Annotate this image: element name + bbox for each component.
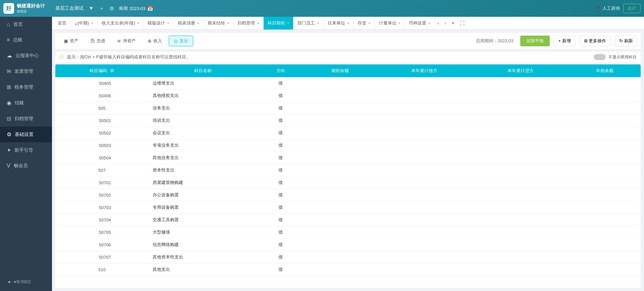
cell-code: 50701 (55, 177, 149, 189)
settings-icon[interactable]: ⚙ (109, 5, 114, 12)
cat-tab-expense-label: 支出 (179, 38, 188, 44)
tab-dept[interactable]: 部门员工 × (293, 17, 323, 30)
cell-ytd-debit (376, 164, 472, 177)
tab-counterparty-label: 往来单位 (328, 20, 345, 26)
table-row[interactable]: 50406其他维权支出借 (55, 90, 641, 102)
table-row[interactable]: 50501培训支出借 (55, 114, 641, 127)
sidebar-collapse[interactable]: ◄ ◄取消固定 (0, 276, 52, 291)
sidebar-item-tax[interactable]: ⊞ 税务管理 (0, 79, 52, 95)
table-row[interactable]: 50504其他业务支出借 (55, 152, 641, 164)
member-icon: V (7, 163, 10, 169)
sidebar-item-settings[interactable]: ⚙ 基础设置 (0, 127, 52, 142)
tab-interim[interactable]: ¿(中期) × (71, 17, 98, 30)
table-row[interactable]: 507资本性支出借 (55, 164, 641, 177)
add-tab-icon[interactable]: ＋ (99, 5, 104, 12)
cell-name: 其他资本性支出 (149, 251, 257, 263)
table-row[interactable]: 505业务支出借 (55, 102, 641, 114)
sidebar-label-archive: 归档管理 (14, 116, 33, 122)
add-button[interactable]: + 新增 (554, 36, 575, 46)
period-value: 2023-03 (129, 6, 146, 11)
tab-home[interactable]: 首页 (54, 17, 71, 30)
tab-expand[interactable]: ⛶ (457, 17, 467, 30)
tab-inventory-close[interactable]: × (368, 21, 370, 25)
table-row[interactable]: 50707其他资本性支出借 (55, 251, 641, 263)
tab-nav-next[interactable]: › (442, 17, 449, 30)
cell-code: 50504 (55, 152, 149, 164)
sidebar-item-invoice[interactable]: ✉ 发票管理 (0, 63, 52, 79)
tab-interim-close[interactable]: × (91, 21, 93, 25)
cat-tab-expense[interactable]: ◎ 支出 (169, 36, 193, 46)
sidebar-item-archive[interactable]: ⊟ 归档管理 (0, 111, 52, 127)
table-row[interactable]: 50701房屋建筑物购建借 (55, 177, 641, 189)
cell-direction: 借 (257, 114, 305, 127)
cell-name: 专用设备购置 (149, 201, 257, 214)
sidebar-item-ledger[interactable]: ≡ 总账 (0, 32, 52, 48)
table-row[interactable]: 50503专项业务支出借 (55, 139, 641, 152)
tab-currency[interactable]: 币种设置 × (405, 17, 435, 30)
category-tabs-bar: ▣ 资产 负 负债 ≋ 净资产 ⊕ 收入 ◎ 支出 (55, 33, 641, 49)
sidebar-item-guide[interactable]: ✦ 新手引导 (0, 142, 52, 158)
tab-currency-close[interactable]: × (428, 21, 430, 25)
tab-inventory[interactable]: 存货 × (354, 17, 375, 30)
tab-subject-init[interactable]: 科目期初 × (264, 17, 293, 30)
tab-template[interactable]: 模版设计 × (144, 17, 173, 30)
cat-tab-liability[interactable]: 负 负债 (85, 36, 110, 46)
tab-counterparty-close[interactable]: × (347, 21, 349, 25)
toggle-disabled-subjects[interactable]: 不显示禁用科目 (594, 54, 637, 60)
cell-opening-balance (304, 114, 376, 127)
cat-tab-income[interactable]: ⊕ 收入 (143, 36, 167, 46)
table-row[interactable]: 50704交通工具购置借 (55, 214, 641, 226)
col-settings-icon[interactable]: ⚙ (110, 68, 114, 73)
account-period: 账期 2023-03 📅 (119, 5, 153, 11)
more-button[interactable]: ⊞ 更多操作 (580, 36, 611, 46)
cell-ytd-credit (473, 90, 569, 102)
calendar-icon[interactable]: 📅 (147, 6, 153, 11)
hint-text-area: ⓘ 提示：按Ctrl + F键并输入科目编码或者科目名称可以查找科目。 (59, 54, 191, 60)
tab-nav-prev[interactable]: ‹ (435, 17, 442, 30)
tab-unit[interactable]: 计量单位 × (375, 17, 405, 30)
consulting-button[interactable]: 🎧 人工咨询 (595, 5, 620, 11)
cell-opening-balance (304, 127, 376, 139)
table-row[interactable]: 50702办公设备购置借 (55, 189, 641, 201)
cell-year-opening (569, 189, 641, 201)
ledger-icon: ≡ (7, 37, 10, 43)
toggle-switch[interactable] (594, 54, 606, 60)
cell-opening-balance (304, 214, 376, 226)
table-row[interactable]: 50502会议支出借 (55, 127, 641, 139)
sidebar-label-member: 畅会员 (14, 163, 28, 169)
tab-tax-close[interactable]: × (197, 21, 199, 25)
sidebar-item-member[interactable]: V 畅会员 (0, 158, 52, 174)
tab-tax[interactable]: 税表清册 × (174, 17, 204, 30)
table-row[interactable]: 50705大型修缮借 (55, 226, 641, 239)
refresh-button[interactable]: ↻ 刷新 (615, 36, 637, 46)
tab-annual-report[interactable]: 收入支出表(年报) × (98, 17, 144, 30)
table-row[interactable]: 50703专用设备购置借 (55, 201, 641, 214)
tab-period-end-close[interactable]: × (227, 21, 229, 25)
tab-period-end[interactable]: 期末结转 × (204, 17, 233, 30)
cat-tab-asset[interactable]: ▣ 资产 (59, 36, 84, 46)
cell-year-opening (569, 127, 641, 139)
calculate-button[interactable]: 试算平衡 (520, 36, 550, 46)
tab-filing[interactable]: 归档管理 × (233, 17, 263, 30)
account-button[interactable]: 会计 (623, 4, 641, 13)
tab-template-close[interactable]: × (167, 21, 169, 25)
cat-tab-net-asset[interactable]: ≋ 净资产 (112, 36, 141, 46)
tab-counterparty[interactable]: 往来单位 × (324, 17, 354, 30)
cell-year-opening (569, 102, 641, 114)
tab-unit-close[interactable]: × (398, 21, 400, 25)
sidebar-item-home[interactable]: ⌂ 首页 (0, 17, 52, 32)
table-row[interactable]: 50706信息网络购建借 (55, 239, 641, 251)
sidebar-item-close[interactable]: ◉ 结账 (0, 95, 52, 111)
dropdown-icon[interactable]: ▼ (89, 5, 94, 11)
tab-subject-init-close[interactable]: × (287, 21, 289, 25)
tab-close-all[interactable]: × (449, 17, 457, 30)
cell-code: 50707 (55, 251, 149, 263)
tab-home-label: 首页 (58, 20, 66, 26)
tab-dept-close[interactable]: × (317, 21, 319, 25)
cell-year-opening (569, 152, 641, 164)
tab-filing-close[interactable]: × (257, 21, 259, 25)
table-row[interactable]: 50405运维维支出借 (55, 77, 641, 90)
tab-annual-close[interactable]: × (137, 21, 139, 25)
table-row[interactable]: 510其他支出借 (55, 263, 641, 276)
sidebar-item-reports[interactable]: ☁ 云报表中心 (0, 48, 52, 63)
